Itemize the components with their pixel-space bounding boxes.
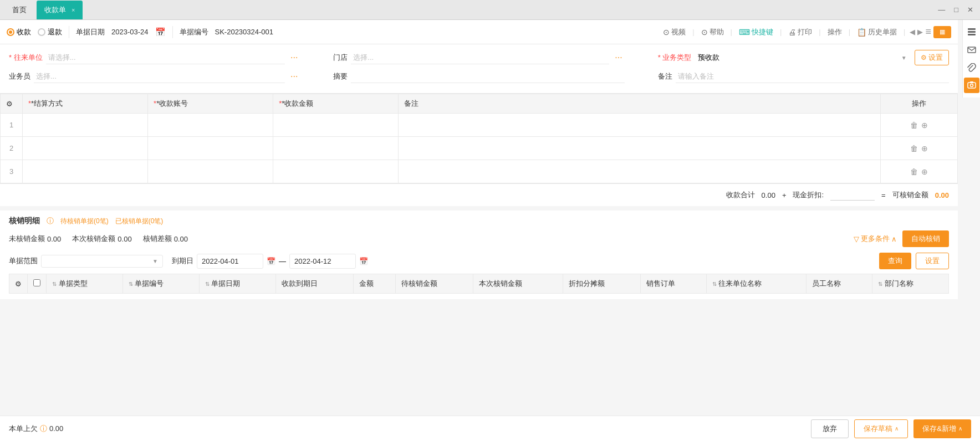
select-all-checkbox[interactable]	[33, 279, 40, 286]
shop-input[interactable]	[351, 51, 609, 64]
maximize-btn[interactable]: □	[952, 4, 961, 15]
summary-input[interactable]	[351, 70, 624, 83]
due-date-from-input[interactable]	[197, 254, 263, 269]
radio-refund[interactable]: 退款	[38, 27, 62, 37]
shop-more-icon[interactable]: ···	[612, 53, 624, 63]
form-area: * 往来单位 ··· 门店 ··· * 业务类型 预收款 ▼ ⚙ 设置	[0, 44, 958, 94]
table-checkbox-col[interactable]	[28, 274, 47, 294]
row-3-account[interactable]	[148, 160, 273, 183]
filter-icon: ▽	[854, 235, 859, 243]
tab-current[interactable]: 收款单 ×	[37, 1, 83, 19]
discount-input[interactable]	[830, 189, 875, 201]
row-1-delete-icon[interactable]: 🗑	[910, 121, 918, 130]
table-gear-icon[interactable]: ⚙	[6, 100, 13, 108]
help-btn[interactable]: ⊙ 帮助	[699, 26, 726, 38]
staff-input[interactable]	[34, 70, 285, 83]
calendar-to-icon[interactable]: 📅	[359, 257, 368, 265]
row-2-settlement[interactable]	[23, 137, 148, 160]
row-2-delete-icon[interactable]: 🗑	[910, 144, 918, 153]
row-3-amount[interactable]	[273, 160, 399, 183]
grid-view-btn[interactable]: ▦	[933, 26, 951, 38]
scope-chevron-icon: ▼	[152, 258, 158, 264]
row-3-copy-icon[interactable]: ⊕	[921, 167, 928, 176]
operate-btn[interactable]: 操作	[825, 26, 844, 38]
sidebar-mail-icon[interactable]	[964, 42, 979, 58]
row-2-remarks[interactable]	[399, 137, 881, 160]
sidebar-camera-icon[interactable]	[964, 78, 979, 93]
radio-receipt[interactable]: 收款	[7, 27, 31, 37]
nav-right-icon[interactable]: ▶	[917, 28, 923, 36]
video-btn[interactable]: ⊙ 视频	[661, 26, 688, 38]
remarks-input[interactable]	[676, 70, 949, 83]
row-1-remarks[interactable]	[399, 114, 881, 137]
counterpart-more-icon[interactable]: ···	[288, 53, 300, 63]
window-close-btn[interactable]: ✕	[965, 4, 976, 15]
auto-cancel-btn[interactable]: 自动核销	[902, 230, 949, 247]
table-gear-header[interactable]: ⚙	[1, 94, 23, 114]
abandon-btn[interactable]: 放弃	[811, 419, 849, 438]
due-date-to-input[interactable]	[289, 254, 356, 269]
row-1-account[interactable]	[148, 114, 273, 137]
more-conditions-btn[interactable]: ▽ 更多条件 ∧	[854, 234, 897, 244]
tab-home[interactable]: 首页	[4, 1, 34, 19]
table-row: 1 🗑 ⊕	[1, 114, 958, 137]
scope-filter: 单据范围 ▼	[9, 255, 163, 268]
row-1-amount[interactable]	[273, 114, 399, 137]
counterpart-input[interactable]	[46, 51, 285, 64]
tab-close-icon[interactable]: ×	[72, 7, 75, 13]
history-btn[interactable]: 📋 历史单据	[855, 26, 899, 38]
footer-value: 0.00	[49, 424, 63, 433]
done-tab-link[interactable]: 已核销单据(0笔)	[115, 217, 164, 226]
table-account-header: **收款账号	[148, 94, 273, 114]
filter-buttons: 查询 设置	[879, 253, 949, 269]
col-doc-date: ⇅ 单据日期	[199, 274, 275, 294]
row-3-delete-icon[interactable]: 🗑	[910, 167, 918, 176]
row-2-account[interactable]	[148, 137, 273, 160]
date-value: 2023-03-24	[111, 28, 149, 36]
row-3-settlement[interactable]	[23, 160, 148, 183]
biz-type-label: * 业务类型	[658, 53, 692, 63]
scope-select[interactable]: ▼	[41, 255, 163, 268]
staff-more-icon[interactable]: ···	[288, 71, 300, 81]
reconcile-info-icon[interactable]: ⓘ	[47, 216, 54, 226]
calendar-icon[interactable]: 📅	[155, 27, 166, 37]
save-draft-btn[interactable]: 保存草稿 ∧	[854, 419, 908, 438]
operate-label: 操作	[828, 27, 842, 37]
svg-rect-6	[970, 81, 973, 83]
form-settings-btn[interactable]: ⚙ 设置	[915, 50, 949, 65]
history-label: 历史单据	[868, 27, 897, 37]
table-gear-col[interactable]: ⚙	[9, 274, 28, 294]
set-btn-label: 设置	[925, 257, 940, 265]
svg-rect-4	[968, 83, 976, 88]
pending-tab-link[interactable]: 待核销单据(0笔)	[60, 217, 109, 226]
row-3-remarks[interactable]	[399, 160, 881, 183]
row-1-copy-icon[interactable]: ⊕	[921, 121, 928, 130]
toolbar-right: ⊙ 视频 | ⊙ 帮助 | ⌨ 快捷键 | 🖨 打印 | 操作 |	[661, 26, 951, 38]
list-view-icon[interactable]: ≡	[925, 26, 931, 38]
divider-1	[69, 26, 69, 38]
minimize-btn[interactable]: —	[936, 4, 947, 15]
this-cancel-label: 本次核销金额	[72, 234, 115, 244]
set-btn[interactable]: 设置	[916, 253, 949, 269]
biz-type-dropdown-icon[interactable]: ▼	[901, 55, 907, 61]
row-2-amount[interactable]	[273, 137, 399, 160]
row-2-copy-icon[interactable]: ⊕	[921, 144, 928, 153]
shortcut-icon: ⌨	[739, 28, 750, 37]
shortcut-btn[interactable]: ⌨ 快捷键	[737, 26, 775, 38]
nav-left-icon[interactable]: ◀	[910, 28, 915, 36]
content-wrapper: 收款 退款 单据日期 2023-03-24 📅 单据编号 SK-20230324…	[0, 20, 958, 441]
row-1-settlement[interactable]	[23, 114, 148, 137]
table2-gear-icon[interactable]: ⚙	[15, 280, 22, 288]
save-new-btn[interactable]: 保存&新增 ∧	[913, 419, 971, 438]
sum-label: 收款合计	[726, 190, 755, 200]
footer-info-icon[interactable]: ⓘ	[40, 424, 47, 434]
remarks-label: 备注	[658, 71, 672, 81]
sidebar-table-icon[interactable]	[964, 24, 979, 40]
query-btn[interactable]: 查询	[879, 253, 911, 269]
sidebar-clip-icon[interactable]	[964, 60, 979, 75]
print-btn[interactable]: 🖨 打印	[786, 26, 814, 38]
row-2-actions: 🗑 ⊕	[880, 137, 957, 160]
tab-bar: 首页 收款单 × — □ ✕	[0, 0, 980, 20]
calendar-from-icon[interactable]: 📅	[267, 257, 275, 265]
date-label: 单据日期	[76, 27, 105, 37]
